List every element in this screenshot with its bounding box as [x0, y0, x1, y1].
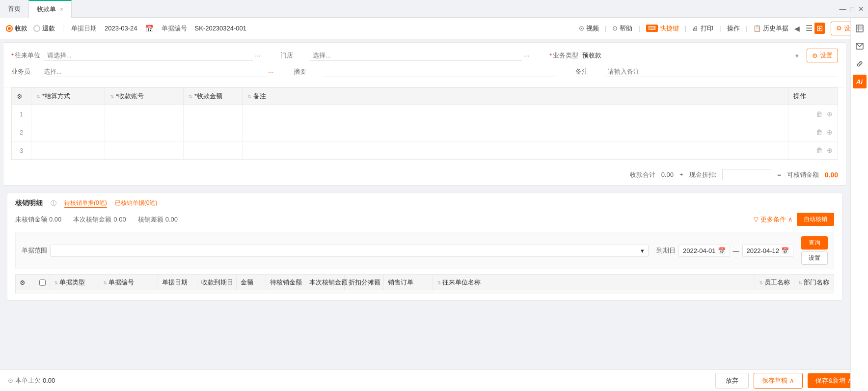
sidebar-email-icon[interactable]: [853, 39, 867, 53]
toolbar: 收款 退款 单据日期 2023-03-24 📅 单据编号 SK-20230324…: [0, 18, 868, 39]
minimize-icon[interactable]: —: [840, 5, 846, 13]
date-value[interactable]: 2023-03-24: [105, 25, 137, 32]
bth-staff-label: 员工名称: [764, 278, 790, 287]
bottom-scroll-area[interactable]: [15, 290, 834, 294]
draft-label: 保存草稿: [762, 376, 787, 385]
bth-settings[interactable]: ⚙: [16, 275, 35, 290]
row-3-remark[interactable]: [243, 141, 788, 159]
row-2-copy-icon[interactable]: ⊕: [827, 128, 833, 136]
select-all-checkbox[interactable]: [39, 279, 46, 286]
filter-settings-btn[interactable]: 设置: [801, 251, 828, 265]
row-1-delete-icon[interactable]: 🗑: [816, 110, 823, 118]
row-3-account[interactable]: [105, 141, 184, 159]
range-select[interactable]: ▾: [50, 245, 649, 257]
pending-tab[interactable]: 待核销单据(0笔): [64, 199, 107, 208]
row-2-settlement[interactable]: [31, 123, 105, 141]
unchecked-value: 0.00: [49, 216, 61, 223]
help-btn[interactable]: ⊙ 帮助: [612, 24, 632, 33]
tab-home[interactable]: 首页: [0, 0, 28, 18]
draft-btn[interactable]: 保存草稿 ∧: [754, 373, 803, 389]
row-3-amount[interactable]: [184, 141, 243, 159]
store-ellipsis[interactable]: ···: [524, 52, 530, 59]
summary-row: 收款合计 0.00 + 现金折扣: = 可核销金额 0.00: [3, 164, 846, 185]
video-btn[interactable]: ⊙ 视频: [579, 24, 599, 33]
row-1-account[interactable]: [105, 105, 184, 123]
row-1-settlement[interactable]: [31, 105, 105, 123]
history-btn[interactable]: 📋 历史单据: [753, 24, 788, 33]
bth-discount: 折扣分摊额: [345, 275, 384, 290]
row-2-account[interactable]: [105, 123, 184, 141]
diff-value: 0.00: [165, 216, 178, 223]
window-close-icon[interactable]: ✕: [858, 5, 864, 13]
row-3-settlement[interactable]: [31, 141, 105, 159]
range-select-arrow: ▾: [641, 247, 644, 254]
partner-input[interactable]: [44, 50, 253, 61]
row-3-copy-icon[interactable]: ⊕: [827, 146, 833, 154]
prev-arrow[interactable]: ◀: [794, 25, 800, 32]
tab-receipt-label: 收款单: [37, 5, 56, 14]
tab-close-icon[interactable]: ×: [60, 6, 63, 13]
sidebar-link-icon[interactable]: [853, 57, 867, 71]
bth-doc-type-label: 单据类型: [59, 278, 85, 287]
operation-btn[interactable]: 操作: [727, 24, 740, 33]
row-3-delete-icon[interactable]: 🗑: [816, 146, 823, 154]
calendar-to-icon: 📅: [781, 247, 789, 254]
discount-input[interactable]: [722, 169, 771, 180]
auto-reconcile-btn[interactable]: 自动核销: [797, 213, 834, 226]
business-type-select[interactable]: 预收款 ▾: [582, 51, 799, 60]
row-1-amount[interactable]: [184, 105, 243, 123]
business-type-arrow: ▾: [795, 52, 799, 59]
row-1-copy-icon[interactable]: ⊕: [827, 110, 833, 118]
remark-input[interactable]: [605, 66, 838, 77]
reconcile-title: 核销明细: [15, 199, 43, 208]
staff-ellipsis[interactable]: ···: [268, 68, 274, 76]
th-amount: ⇅ *收款金额: [184, 88, 243, 105]
partner-ellipsis[interactable]: ···: [255, 52, 261, 59]
grid-view-icon[interactable]: ⊞: [814, 23, 825, 34]
row-2-remark[interactable]: [243, 123, 788, 141]
tab-bar-right: — □ ✕: [840, 5, 868, 13]
date-to-input[interactable]: 2022-04-12 📅: [742, 245, 794, 257]
store-input[interactable]: [310, 50, 522, 61]
bth-due-date-label: 收款到期日: [201, 278, 233, 287]
business-type-value: 预收款: [582, 51, 601, 60]
radio-refund[interactable]: 退款: [33, 24, 55, 33]
summary-input[interactable]: [323, 66, 556, 77]
calendar-icon[interactable]: 📅: [145, 25, 154, 32]
row-1-remark[interactable]: [243, 105, 788, 123]
bth-sales-order: 销售订单: [384, 275, 433, 290]
form-settings-button[interactable]: ⚙ 设置: [807, 49, 838, 62]
date-from-input[interactable]: 2022-04-01 📅: [678, 245, 730, 257]
radio-refund-label: 退款: [42, 24, 55, 33]
list-view-icon[interactable]: ☰: [806, 24, 813, 33]
current-value: 0.00: [113, 216, 126, 223]
th-settings[interactable]: ⚙: [12, 88, 31, 105]
receipt-type-group: 收款 退款: [6, 24, 55, 33]
bth-amount-label: 金额: [241, 278, 253, 287]
tab-receipt[interactable]: 收款单 ×: [28, 0, 72, 18]
form-settings-icon: ⚙: [812, 52, 818, 59]
bth-checkbox[interactable]: [35, 275, 50, 290]
abandon-btn[interactable]: 放弃: [715, 373, 749, 389]
bth-pending-amount-label: 待核销金额: [270, 278, 302, 287]
staff-input[interactable]: [41, 66, 266, 77]
maximize-icon[interactable]: □: [850, 5, 854, 13]
bth-dept-label: 部门名称: [804, 278, 829, 287]
plus-sign: +: [679, 171, 683, 178]
query-btn[interactable]: 查询: [801, 236, 828, 250]
row-2-amount[interactable]: [184, 123, 243, 141]
sidebar-table-icon[interactable]: [853, 22, 867, 35]
print-btn[interactable]: 🖨 打印: [692, 24, 713, 33]
table-header: ⚙ ⇅ *结算方式 ⇅ *收款账号 ⇅ *收款金额 ⇅ 备注: [12, 88, 838, 105]
reconcile-info-icon[interactable]: ⓘ: [51, 199, 56, 208]
done-tab[interactable]: 已核销单据(0笔): [115, 199, 158, 208]
form-row-1: * 往来单位 ··· 门店 ··· * 业务类型 预收款: [11, 49, 838, 62]
this-order-icon: ⊙: [8, 377, 13, 384]
radio-receipt[interactable]: 收款: [6, 24, 27, 33]
shortcut-label: 快捷键: [660, 24, 679, 33]
more-conditions-btn[interactable]: ▽ 更多条件 ∧: [754, 215, 793, 224]
row-2-delete-icon[interactable]: 🗑: [816, 128, 823, 136]
sidebar-ai-icon[interactable]: Ai: [853, 75, 867, 88]
this-order-label: 本单上欠: [15, 376, 41, 385]
shortcut-btn[interactable]: ⌨ 快捷键: [646, 24, 679, 33]
